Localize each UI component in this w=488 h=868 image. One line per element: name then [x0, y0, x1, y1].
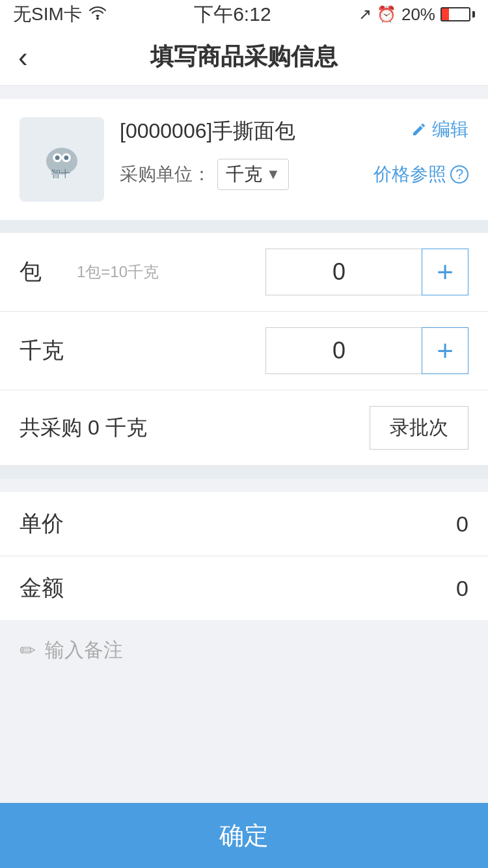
carrier-label: 无SIM卡	[13, 2, 82, 27]
status-left: 无SIM卡	[13, 2, 107, 27]
price-section: 单价 0 金额 0	[0, 492, 488, 620]
price-ref-question-icon: ?	[450, 165, 468, 183]
kg-label: 千克	[20, 336, 72, 366]
alarm-icon: ⏰	[377, 5, 396, 23]
kg-qty-input[interactable]	[265, 327, 422, 374]
batch-button[interactable]: 录批次	[370, 406, 468, 450]
svg-point-4	[55, 156, 60, 160]
battery-percent: 20%	[401, 5, 435, 25]
product-info: [0000006]手撕面包 编辑 采购单位： 千克 ▼	[120, 117, 468, 190]
bag-input-row: 包 1包=10千克 +	[0, 233, 488, 312]
bag-sub-label: 1包=10千克	[77, 262, 159, 282]
status-bar: 无SIM卡 下午6:12 ↗ ⏰ 20%	[0, 0, 488, 29]
remarks-section[interactable]: ✏ 输入备注	[0, 620, 488, 681]
purchase-unit-label: 采购单位：	[120, 162, 211, 187]
pencil-icon: ✏	[20, 639, 36, 662]
bag-plus-button[interactable]: +	[422, 249, 468, 295]
section-divider-1	[0, 220, 488, 233]
kg-plus-button[interactable]: +	[422, 327, 468, 374]
amount-row: 金额 0	[0, 556, 488, 620]
amount-label: 金额	[20, 573, 64, 603]
dropdown-arrow-icon: ▼	[266, 166, 280, 183]
nav-bar: ‹ 填写商品采购信息	[0, 29, 488, 86]
kg-input-row: 千克 +	[0, 312, 488, 390]
product-card: 智十 [0000006]手撕面包 编辑 采购单位：	[0, 99, 488, 220]
back-button[interactable]: ‹	[18, 43, 28, 72]
confirm-button-label: 确定	[219, 819, 269, 852]
bag-label: 包	[20, 257, 72, 287]
unit-price-value: 0	[456, 511, 468, 537]
product-name: [0000006]手撕面包	[120, 117, 295, 146]
summary-text: 共采购 0 千克	[20, 414, 147, 442]
time-label: 下午6:12	[194, 1, 271, 28]
svg-point-0	[96, 18, 99, 20]
product-image: 智十	[20, 117, 104, 202]
wifi-icon	[88, 4, 107, 25]
unit-price-label: 单价	[20, 509, 64, 539]
bag-qty-input[interactable]	[265, 249, 422, 295]
confirm-button[interactable]: 确定	[0, 803, 488, 868]
unit-price-row: 单价 0	[0, 492, 488, 556]
svg-point-5	[64, 156, 68, 160]
bag-input-control: +	[159, 249, 468, 295]
input-section: 包 1包=10千克 + 千克 +	[0, 233, 488, 390]
price-ref-button[interactable]: 价格参照 ?	[373, 162, 468, 187]
summary-row: 共采购 0 千克 录批次	[0, 390, 488, 466]
product-logo: 智十	[36, 140, 88, 179]
edit-button[interactable]: 编辑	[411, 117, 468, 142]
gps-icon: ↗	[359, 5, 372, 23]
svg-text:智十: 智十	[51, 168, 70, 179]
section-divider-2	[0, 466, 488, 479]
kg-input-control: +	[72, 327, 468, 374]
unit-select[interactable]: 千克 ▼	[217, 159, 289, 190]
battery-icon	[441, 7, 475, 21]
status-right: ↗ ⏰ 20%	[359, 5, 475, 25]
amount-value: 0	[456, 576, 468, 601]
remarks-placeholder: 输入备注	[45, 637, 123, 664]
page-title: 填写商品采购信息	[150, 41, 338, 73]
